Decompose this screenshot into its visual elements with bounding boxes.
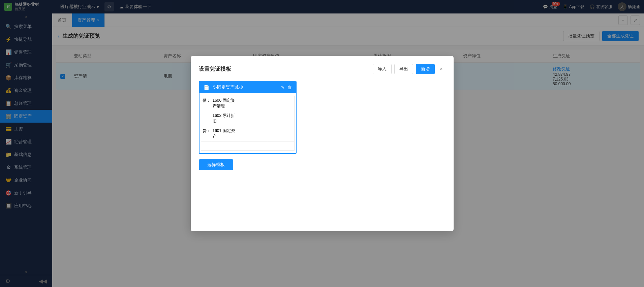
template-card: 📄 5-固定资产减少 ✎ 🗑 <box>199 81 297 154</box>
entry-credit-1 <box>267 96 294 111</box>
template-card-body: 借： 1606 固定资产清理 1602 累计折旧 <box>200 93 296 153</box>
modal-dialog: 设置凭证模板 导入 导出 新增 × <box>191 56 454 231</box>
import-btn[interactable]: 导入 <box>373 64 392 74</box>
modal-backdrop: 设置凭证模板 导入 导出 新增 × <box>52 27 644 287</box>
entry-debit-1 <box>240 96 267 111</box>
select-template-container: 选择模板 <box>199 159 446 170</box>
entry-account-empty <box>211 141 240 150</box>
entry-debit-3 <box>240 126 267 141</box>
template-card-header: 📄 5-固定资产减少 ✎ 🗑 <box>200 82 296 93</box>
modal-title: 设置凭证模板 <box>199 66 231 73</box>
modal-header: 设置凭证模板 导入 导出 新增 × <box>199 64 446 74</box>
entry-account-1: 1606 固定资产清理 <box>211 96 240 111</box>
template-card-title: 5-固定资产减少 <box>213 84 278 90</box>
select-template-btn[interactable]: 选择模板 <box>199 159 233 170</box>
entry-credit-3 <box>267 126 294 141</box>
entry-account-3: 1601 固定资产 <box>211 126 240 141</box>
modal-header-actions: 导入 导出 新增 × <box>373 64 446 74</box>
page-content: ‹ 生成的凭证预览 批量凭证预览 全部生成凭证 变动类型 <box>52 27 644 287</box>
entry-type-1: 借： <box>201 96 211 111</box>
modal-close-btn[interactable]: × <box>437 65 446 73</box>
entry-account-2: 1602 累计折旧 <box>211 111 240 126</box>
entry-type-empty <box>201 141 211 150</box>
entry-type-2 <box>201 111 211 126</box>
template-card-actions: ✎ 🗑 <box>281 85 292 90</box>
modal-action-buttons: 导入 导出 新增 <box>373 64 435 74</box>
new-btn[interactable]: 新增 <box>416 64 435 74</box>
export-btn[interactable]: 导出 <box>394 64 413 74</box>
entry-credit-empty <box>267 141 294 150</box>
entry-debit-empty <box>240 141 267 150</box>
entry-credit-2 <box>267 111 294 126</box>
template-doc-icon: 📄 <box>204 85 209 90</box>
entry-debit-2 <box>240 111 267 126</box>
template-edit-icon[interactable]: ✎ <box>281 85 285 90</box>
entry-type-3: 贷： <box>201 126 211 141</box>
content-area: 首页 资产管理 × － ⤢ ‹ 生成的凭证预览 批量凭证预览 <box>52 13 644 287</box>
template-delete-icon[interactable]: 🗑 <box>287 85 292 90</box>
